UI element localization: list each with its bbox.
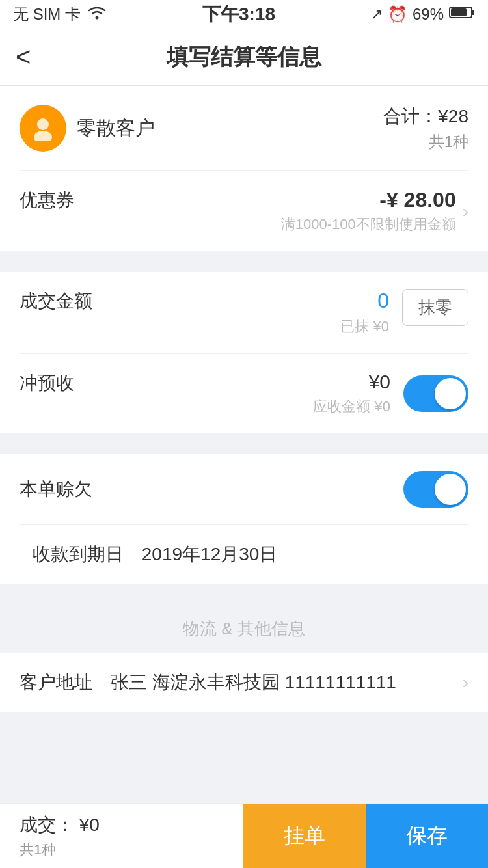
amount-sub: 已抹 ¥0 (340, 317, 389, 336)
prepayment-sub: 应收金额 ¥0 (313, 397, 390, 416)
save-button[interactable]: 保存 (366, 804, 488, 868)
bottom-transaction-label: 成交： (20, 815, 74, 835)
transaction-card: 成交金额 0 已抹 ¥0 抹零 冲预收 ¥0 应收金额 ¥0 (0, 272, 488, 433)
bottom-transaction: 成交： ¥0 (20, 813, 224, 837)
nav-bar: < 填写结算等信息 (0, 29, 488, 86)
carrier-text: 无 SIM 卡 (13, 4, 81, 25)
bottom-info: 成交： ¥0 共1种 (0, 804, 243, 868)
coupon-right: -¥ 28.00 满1000-100不限制使用金额 (281, 188, 456, 234)
alarm-icon: ⏰ (388, 5, 407, 23)
customer-right: 合计：¥28 共1种 (383, 104, 468, 152)
customer-total: 合计：¥28 (383, 104, 468, 129)
customer-avatar (20, 105, 66, 152)
coupon-row[interactable]: 优惠券 -¥ 28.00 满1000-100不限制使用金额 › (0, 171, 488, 251)
logistics-text: 物流 & 其他信息 (183, 617, 305, 640)
arrears-row: 本单赊欠 (0, 454, 488, 524)
svg-point-5 (34, 131, 52, 141)
section-divider-1 (0, 262, 488, 272)
coupon-chevron-icon: › (463, 201, 468, 222)
coupon-description: 满1000-100不限制使用金额 (281, 215, 456, 234)
prepayment-toggle[interactable] (403, 375, 468, 412)
prepayment-label: 冲预收 (20, 371, 74, 396)
arrears-label: 本单赊欠 (20, 477, 92, 502)
back-icon: < (16, 42, 31, 71)
customer-name: 零散客户 (77, 115, 155, 142)
bottom-padding (0, 722, 488, 787)
address-value: 张三 海淀永丰科技园 11111111111 (111, 670, 463, 695)
svg-rect-2 (472, 10, 474, 15)
customer-row: 零散客户 合计：¥28 共1种 (0, 86, 488, 170)
customer-left: 零散客户 (20, 105, 155, 152)
svg-rect-3 (451, 8, 467, 16)
battery-text: 69% (413, 5, 444, 23)
svg-point-0 (96, 16, 99, 20)
coupon-label: 优惠券 (20, 188, 74, 213)
section-divider-2 (0, 444, 488, 454)
customer-card: 零散客户 合计：¥28 共1种 优惠券 -¥ 28.00 满1000-100不限… (0, 86, 488, 251)
due-date-label: 收款到期日 (33, 544, 124, 564)
status-bar: 无 SIM 卡 下午3:18 ↗ ⏰ 69% (0, 0, 488, 29)
coupon-discount: -¥ 28.00 (281, 188, 456, 212)
content: 零散客户 合计：¥28 共1种 优惠券 -¥ 28.00 满1000-100不限… (0, 86, 488, 787)
wifi-icon (87, 5, 107, 23)
due-date-value[interactable]: 2019年12月30日 (142, 544, 278, 564)
svg-point-4 (37, 118, 49, 130)
amount-label: 成交金额 (20, 289, 92, 314)
address-row[interactable]: 客户地址 张三 海淀永丰科技园 11111111111 › (0, 653, 488, 712)
logistics-line-right (318, 629, 468, 629)
prepayment-value: ¥0 (313, 371, 390, 393)
arrears-toggle[interactable] (403, 471, 468, 508)
section-divider-3 (0, 594, 488, 604)
location-icon: ↗ (371, 6, 383, 23)
status-right: ↗ ⏰ 69% (371, 5, 475, 23)
arrears-card: 本单赊欠 收款到期日 2019年12月30日 (0, 454, 488, 584)
due-date-row: 收款到期日 2019年12月30日 (0, 525, 488, 584)
bottom-transaction-value: ¥0 (79, 815, 100, 835)
bottom-bar: 成交： ¥0 共1种 挂单 保存 (0, 803, 488, 868)
address-card: 客户地址 张三 海淀永丰科技园 11111111111 › (0, 653, 488, 712)
logistics-line-left (20, 629, 170, 629)
amount-row: 成交金额 0 已抹 ¥0 抹零 (0, 272, 488, 353)
status-left: 无 SIM 卡 (13, 4, 107, 25)
battery-icon (449, 5, 475, 23)
customer-count: 共1种 (383, 131, 468, 152)
status-time: 下午3:18 (202, 2, 275, 27)
prepayment-row: 冲预收 ¥0 应收金额 ¥0 (0, 354, 488, 433)
back-button[interactable]: < (16, 42, 31, 72)
amount-value[interactable]: 0 (340, 289, 389, 313)
suspend-button[interactable]: 挂单 (243, 804, 366, 868)
round-button[interactable]: 抹零 (402, 289, 468, 326)
address-label: 客户地址 (20, 670, 98, 695)
logistics-header: 物流 & 其他信息 (0, 604, 488, 653)
page-title: 填写结算等信息 (167, 42, 321, 72)
bottom-count: 共1种 (20, 840, 224, 860)
address-chevron-icon: › (463, 672, 468, 693)
